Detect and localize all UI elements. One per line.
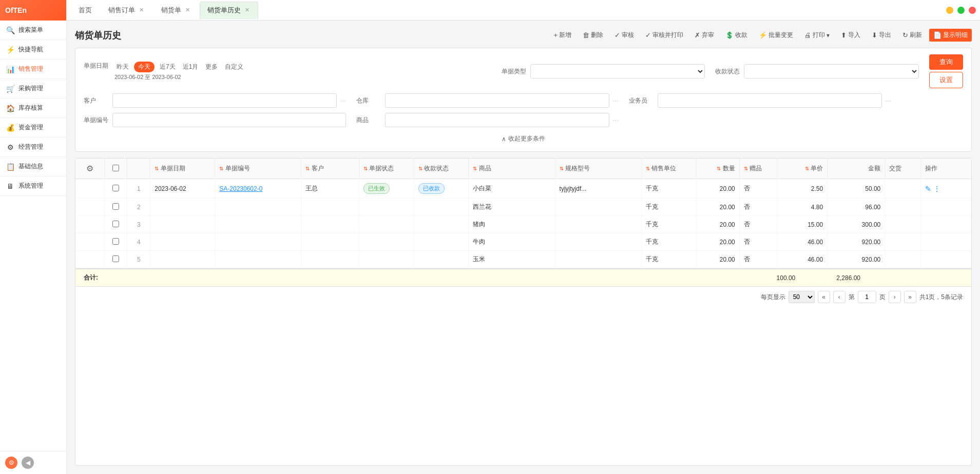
col-qty[interactable]: ⇅ 数量 (696, 159, 739, 179)
col-customer[interactable]: ⇅ 客户 (301, 159, 359, 179)
row-check[interactable] (104, 251, 127, 268)
sort-gift-icon[interactable]: ⇅ (744, 166, 748, 171)
col-goods[interactable]: ⇅ 商品 (469, 159, 555, 179)
add-button[interactable]: + 新增 (549, 29, 575, 42)
date-custom[interactable]: 自定义 (223, 62, 245, 72)
first-page-btn[interactable]: « (818, 291, 830, 303)
row-checkbox[interactable] (112, 185, 119, 191)
page-number-input[interactable] (858, 291, 876, 303)
tab-delivery-history-close[interactable]: ✕ (244, 6, 251, 14)
col-sn[interactable]: ⇅ 单据编号 (215, 159, 301, 179)
print-button[interactable]: 🖨 打印 ▾ (800, 29, 834, 42)
sidebar-item-quick-nav[interactable]: ⚡ 快捷导航 (0, 40, 66, 60)
doc-no-input[interactable] (112, 113, 346, 127)
sidebar-item-sales[interactable]: 📊 销售管理 (0, 60, 66, 79)
goods-dots[interactable]: ··· (612, 116, 619, 124)
sort-price-icon[interactable]: ⇅ (805, 166, 809, 171)
sort-qty-icon[interactable]: ⇅ (717, 166, 721, 171)
tab-delivery-history[interactable]: 销货单历史 ✕ (200, 2, 258, 19)
next-page-btn[interactable]: › (889, 291, 901, 303)
win-close-btn[interactable] (969, 7, 976, 14)
col-spec[interactable]: ⇅ 规格型号 (555, 159, 641, 179)
sort-date-icon[interactable]: ⇅ (155, 166, 159, 171)
row-check[interactable] (104, 199, 127, 216)
customer-dots[interactable]: ··· (340, 96, 346, 105)
sort-status-icon[interactable]: ⇅ (363, 166, 368, 171)
customer-input[interactable] (112, 93, 337, 108)
sort-sn-icon[interactable]: ⇅ (219, 166, 223, 171)
settings-gear-icon[interactable]: ⚙ (86, 164, 93, 173)
sidebar-item-system[interactable]: 🖥 系统管理 (0, 176, 66, 196)
tab-delivery[interactable]: 销货单 ✕ (153, 2, 199, 19)
per-page-select[interactable]: 50 100 (789, 291, 815, 303)
abandon-button[interactable]: ✗ 弃审 (690, 29, 718, 42)
sort-spec-icon[interactable]: ⇅ (560, 166, 564, 171)
more-icon[interactable]: ⋮ (933, 185, 940, 193)
tab-home[interactable]: 首页 (71, 2, 100, 19)
col-pay-status[interactable]: ⇅ 收款状态 (414, 159, 469, 179)
delete-button[interactable]: 🗑 删除 (579, 29, 607, 42)
sidebar-item-basic-info[interactable]: 📋 基础信息 (0, 157, 66, 176)
import-button[interactable]: ⬆ 导入 (837, 29, 864, 42)
sort-customer-icon[interactable]: ⇅ (305, 166, 310, 171)
receive-button[interactable]: 💲 收款 (721, 29, 752, 42)
last-page-btn[interactable]: » (904, 291, 916, 303)
sort-pay-status-icon[interactable]: ⇅ (418, 166, 422, 171)
col-unit[interactable]: ⇅ 销售单位 (641, 159, 696, 179)
tab-sales-order[interactable]: 销售订单 ✕ (101, 2, 152, 19)
audit-button[interactable]: ✓ 审核 (610, 29, 638, 42)
doc-type-select[interactable] (530, 64, 705, 78)
sidebar-item-operations[interactable]: ⚙ 经营管理 (0, 137, 66, 157)
sn-link[interactable]: SA-20230602-0 (219, 185, 262, 192)
warehouse-dots[interactable]: ··· (612, 96, 619, 105)
select-all-checkbox[interactable] (112, 165, 119, 171)
doc-icon: 📋 (6, 163, 14, 171)
collapse-sidebar-btn[interactable]: ◀ (22, 457, 34, 469)
row-checkbox[interactable] (112, 255, 119, 262)
audit-print-button[interactable]: ✓ 审核并打印 (641, 29, 687, 42)
sidebar-item-search-menu[interactable]: 🔍 搜索菜单 (0, 21, 66, 40)
row-check[interactable] (104, 216, 127, 233)
row-checkbox[interactable] (112, 221, 119, 227)
prev-page-btn[interactable]: ‹ (833, 291, 846, 303)
tab-delivery-close[interactable]: ✕ (184, 6, 191, 14)
sidebar-item-inventory[interactable]: 🏠 库存核算 (0, 98, 66, 118)
row-check[interactable] (104, 233, 127, 251)
col-date[interactable]: ⇅ 单据日期 (150, 159, 215, 179)
sidebar-item-finance[interactable]: 💰 资金管理 (0, 118, 66, 137)
show-detail-button[interactable]: 📄 显示明细 (929, 29, 972, 42)
sort-unit-icon[interactable]: ⇅ (646, 166, 650, 171)
warehouse-input[interactable] (385, 93, 609, 108)
payment-status-select[interactable] (744, 64, 919, 78)
salesperson-dots[interactable]: ··· (885, 96, 891, 105)
win-minimize-btn[interactable] (946, 7, 953, 14)
col-price[interactable]: ⇅ 单价 (777, 159, 828, 179)
date-more[interactable]: 更多 (203, 62, 220, 72)
date-today[interactable]: 今天 (134, 62, 155, 72)
collapse-button[interactable]: ∧ 收起更多条件 (499, 132, 547, 145)
refresh-button[interactable]: ↻ 刷新 (898, 29, 926, 42)
date-yesterday[interactable]: 昨天 (114, 62, 131, 72)
col-gift[interactable]: ⇅ 赠品 (739, 159, 777, 179)
query-button[interactable]: 查询 (929, 54, 963, 70)
row-checkbox[interactable] (112, 203, 119, 210)
date-7days[interactable]: 近7天 (158, 62, 178, 72)
edit-icon[interactable]: ✎ (925, 185, 931, 193)
col-settings[interactable]: ⚙ (75, 159, 104, 179)
salesperson-input[interactable] (658, 93, 882, 108)
batch-change-button[interactable]: ⚡ 批量变更 (755, 29, 797, 42)
settings-bottom-btn[interactable]: ⚙ (5, 457, 17, 469)
row-settings (75, 251, 104, 268)
sidebar-item-purchase[interactable]: 🛒 采购管理 (0, 79, 66, 98)
row-checkbox[interactable] (112, 238, 119, 245)
tab-sales-order-close[interactable]: ✕ (138, 6, 145, 14)
row-sn[interactable]: SA-20230602-0 (215, 179, 301, 199)
col-doc-status[interactable]: ⇅ 单据状态 (359, 159, 414, 179)
sort-goods-icon[interactable]: ⇅ (473, 166, 477, 171)
goods-input[interactable] (385, 113, 609, 127)
date-1month[interactable]: 近1月 (181, 62, 201, 72)
row-check[interactable] (104, 179, 127, 199)
setting-button[interactable]: 设置 (929, 72, 963, 88)
export-button[interactable]: ⬇ 导出 (868, 29, 895, 42)
win-maximize-btn[interactable] (957, 7, 965, 14)
